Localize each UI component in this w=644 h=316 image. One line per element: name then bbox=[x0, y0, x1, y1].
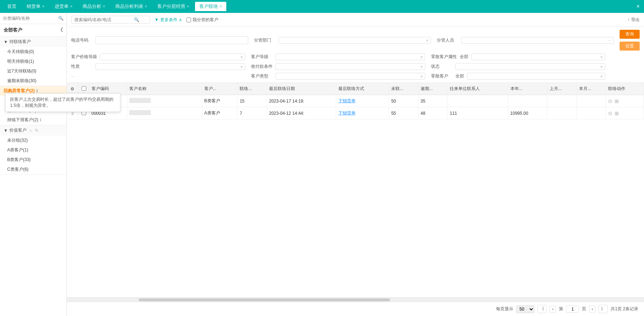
cell-last-method-1[interactable]: 下销货单 bbox=[336, 107, 389, 119]
nav-close-analysis-list[interactable]: × bbox=[145, 4, 147, 9]
my-customer-check[interactable] bbox=[186, 18, 191, 22]
price-level-select[interactable]: ∨ bbox=[100, 53, 245, 60]
sidebar-item-declining[interactable]: 持续下滑客户(2) ℹ bbox=[0, 115, 66, 125]
top-nav: 首页 销货单 × 进货单 × 商品分析 × 商品分析列表 × 客户分层经营 × … bbox=[0, 0, 644, 13]
col-last-month[interactable]: 上月... bbox=[547, 83, 576, 95]
col-contact-person[interactable]: 往来单位联系人 bbox=[448, 83, 508, 95]
sidebar-item-ungroup[interactable]: 未分组(32) bbox=[0, 136, 66, 145]
col-this-year[interactable]: 本年... bbox=[508, 83, 547, 95]
nav-close-sales[interactable]: × bbox=[42, 4, 45, 9]
cell-name-0 bbox=[127, 95, 202, 107]
dept-select[interactable]: ∨ bbox=[278, 37, 431, 44]
page-number-input[interactable] bbox=[566, 306, 579, 313]
cell-this-month-0 bbox=[576, 95, 606, 107]
sidebar-item-7days[interactable]: 近7天待联络(0) bbox=[0, 66, 66, 76]
nav-close-customer-tier[interactable]: × bbox=[187, 4, 189, 9]
filter-scatter: 零散客户 全部 ∨ bbox=[431, 73, 605, 80]
horizontal-scrollbar[interactable] bbox=[67, 297, 644, 302]
export-button[interactable]: ↑ 导出 bbox=[627, 17, 640, 23]
col-this-month[interactable]: 本月... bbox=[576, 83, 606, 95]
sidebar-item-a-class[interactable]: A类客户(1) bbox=[0, 145, 66, 155]
per-page-select[interactable]: 50 20 100 bbox=[516, 305, 534, 313]
col-name[interactable]: 客户名称 bbox=[127, 83, 202, 95]
filter-row-2: 客户价格等级 ∨ 客户等级 ∨ 零散客户属性 全部 bbox=[71, 53, 640, 60]
nav-close-purchase[interactable]: × bbox=[70, 4, 73, 9]
status-select[interactable]: ∨ bbox=[455, 63, 605, 70]
nav-analysis-list[interactable]: 商品分析列表 × bbox=[111, 2, 152, 11]
nav-close-analysis[interactable]: × bbox=[103, 4, 105, 9]
search-input[interactable] bbox=[74, 17, 132, 22]
cell-action-0[interactable]: ⊙ ⊞ bbox=[606, 95, 644, 107]
sidebar-collapse-icon[interactable]: 《 bbox=[58, 27, 63, 33]
cell-contact-person-1: 111 bbox=[448, 107, 508, 119]
sidebar-item-overdue[interactable]: 逾期未联络(30) bbox=[0, 76, 66, 86]
col-type[interactable]: 客户... bbox=[202, 83, 237, 95]
cell-this-month-1 bbox=[576, 107, 606, 119]
filter-scatter-attr: 零散客户属性 全部 ∨ bbox=[431, 53, 605, 60]
main-layout: 🔍 全部客户 《 ▼ 待联络客户 今天待联络(0) 明天待联络(1) 近7天待联… bbox=[0, 13, 644, 316]
nav-home[interactable]: 首页 bbox=[3, 2, 21, 11]
sidebar-search-input[interactable] bbox=[3, 16, 57, 21]
last-page-btn[interactable]: 》 bbox=[598, 305, 608, 313]
sidebar-value-edit-icon[interactable]: ✎ bbox=[35, 128, 38, 133]
nav-customer-tier[interactable]: 客户分层经营 × bbox=[153, 2, 194, 11]
table-area: ⚙ 客户编码 客户名称 客户... 联络... 最后联络日期 最后联络方式 未联… bbox=[67, 83, 644, 297]
sidebar-item-today[interactable]: 今天待联络(0) bbox=[0, 47, 66, 57]
sidebar-pending-title[interactable]: ▼ 待联络客户 bbox=[0, 37, 66, 47]
customer-type-select[interactable]: ∨ bbox=[275, 73, 425, 80]
next-page-btn[interactable]: › bbox=[589, 306, 596, 313]
action-grid-icon-0[interactable]: ⊞ bbox=[615, 98, 619, 104]
nature-select[interactable]: ∨ bbox=[96, 63, 245, 70]
sidebar-value-arrow: ▼ bbox=[4, 128, 8, 133]
window-close-button[interactable]: × bbox=[636, 3, 640, 10]
col-no-contact[interactable]: 未联... bbox=[389, 83, 418, 95]
scrollbar-thumb[interactable] bbox=[139, 298, 390, 301]
nav-sales[interactable]: 销货单 × bbox=[22, 2, 49, 11]
sidebar-section-value: ▼ 价值客户 ○ ✎ 未分组(32) A类客户(1) B类客户(33) C类客户… bbox=[0, 125, 66, 175]
search-icon[interactable]: 🔍 bbox=[134, 17, 139, 22]
cell-action-1[interactable]: ⊙ ⊞ bbox=[606, 107, 644, 119]
more-filter-btn[interactable]: ▼ 更多条件 ∧ bbox=[154, 17, 182, 23]
query-button[interactable]: 查询 bbox=[620, 30, 640, 39]
select-all-checkbox[interactable] bbox=[82, 86, 86, 91]
filter-nature: 性质 ∨ bbox=[71, 63, 245, 70]
action-link-icon-1[interactable]: ⊙ bbox=[608, 110, 612, 116]
filter-bar: 🔍 ▼ 更多条件 ∧ 我分管的客户 ↑ 导出 bbox=[67, 13, 644, 27]
action-grid-icon-1[interactable]: ⊞ bbox=[615, 110, 619, 116]
payment-select[interactable]: ∨ bbox=[275, 63, 425, 70]
action-link-icon-0[interactable]: ⊙ bbox=[608, 98, 612, 104]
set-button[interactable]: 设置 bbox=[620, 42, 640, 51]
scatter-attr-select[interactable]: ∨ bbox=[471, 53, 605, 60]
manager-select[interactable]: ··· bbox=[461, 37, 614, 44]
search-box: 🔍 bbox=[71, 16, 150, 24]
sidebar-item-tomorrow[interactable]: 明天待联络(1) bbox=[0, 57, 66, 66]
cell-last-method-0[interactable]: 下销货单 bbox=[336, 95, 389, 107]
price-level-arrow: ∨ bbox=[240, 55, 243, 59]
col-action[interactable]: 联络动作 bbox=[606, 83, 644, 95]
customer-level-select[interactable]: ∨ bbox=[275, 53, 425, 60]
my-customer-checkbox[interactable]: 我分管的客户 bbox=[186, 17, 218, 23]
filter-more-dots[interactable]: ··· bbox=[71, 74, 75, 79]
prev-page-btn[interactable]: ‹ bbox=[550, 306, 556, 313]
filter-customer-level: 客户等级 ∨ bbox=[251, 53, 425, 60]
phone-input[interactable] bbox=[96, 36, 248, 44]
nav-analysis[interactable]: 商品分析 × bbox=[78, 2, 110, 11]
col-last-method[interactable]: 最后联络方式 bbox=[336, 83, 389, 95]
filter-icon: ▼ bbox=[154, 17, 159, 22]
col-last-date[interactable]: 最后联络日期 bbox=[267, 83, 336, 95]
sidebar-search-icon[interactable]: 🔍 bbox=[58, 16, 64, 21]
sidebar-value-title[interactable]: ▼ 价值客户 ○ ✎ bbox=[0, 125, 66, 136]
nav-close-customer-contact[interactable]: × bbox=[219, 4, 222, 9]
first-page-btn[interactable]: 《 bbox=[537, 305, 547, 313]
col-overdue[interactable]: 逾期... bbox=[418, 83, 448, 95]
customer-level-arrow: ∨ bbox=[420, 55, 423, 59]
cell-contact-person-0 bbox=[448, 95, 508, 107]
info-icon-declining: ℹ bbox=[40, 118, 41, 122]
pagination-bar: 每页显示 50 20 100 《 ‹ 第 页 › 》 共1页 2条记录 bbox=[67, 302, 644, 316]
sidebar-item-c-class[interactable]: C类客户(6) bbox=[0, 165, 66, 174]
nav-purchase[interactable]: 进货单 × bbox=[50, 2, 77, 11]
col-contact-count[interactable]: 联络... bbox=[237, 83, 267, 95]
scatter-select[interactable]: ∨ bbox=[467, 73, 605, 80]
nav-customer-contact[interactable]: 客户联络 × bbox=[195, 2, 226, 11]
sidebar-item-b-class[interactable]: B类客户(33) bbox=[0, 155, 66, 165]
